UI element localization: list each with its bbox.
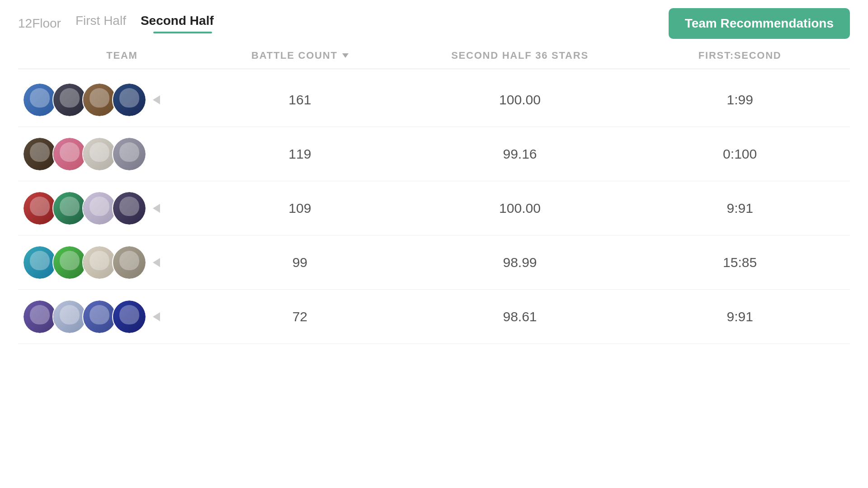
team-indicator-icon: [153, 204, 160, 213]
avatar: [23, 83, 57, 117]
floor-label[interactable]: 12Floor: [18, 16, 61, 31]
avatar: [112, 191, 146, 225]
ratio-cell: 0:100: [630, 146, 850, 162]
table-row: 109 100.00 9:91: [18, 181, 850, 235]
ratio-cell: 9:91: [630, 201, 850, 216]
tabs: First Half Second Half: [75, 14, 214, 32]
team-indicator-icon: [153, 258, 160, 267]
team-recommendations-button[interactable]: Team Recommendations: [669, 8, 850, 39]
team-indicator-icon: [153, 95, 160, 104]
table-header: TEAM BATTLE COUNT SECOND HALF 36 STARS F…: [18, 50, 850, 69]
team-cell: [18, 191, 190, 225]
stars-cell: 98.61: [410, 309, 630, 324]
avatar: [52, 83, 87, 117]
avatar: [52, 245, 87, 280]
table-row: 119 99.16 0:100: [18, 127, 850, 181]
header-left: 12Floor First Half Second Half: [18, 14, 214, 33]
col-header-second-half-stars: SECOND HALF 36 STARS: [410, 50, 630, 61]
page-container: 12Floor First Half Second Half Team Reco…: [0, 0, 868, 488]
avatar: [112, 83, 146, 117]
avatar-group: [23, 83, 146, 117]
team-cell: [18, 137, 190, 171]
avatar: [112, 137, 146, 171]
stars-cell: 100.00: [410, 92, 630, 108]
battle-count-cell: 72: [190, 309, 410, 324]
avatar: [112, 300, 146, 334]
avatar: [112, 245, 146, 280]
avatar-group: [23, 300, 146, 334]
battle-count-cell: 161: [190, 92, 410, 108]
table-row: 161 100.00 1:99: [18, 73, 850, 127]
avatar: [52, 191, 87, 225]
avatar: [23, 137, 57, 171]
avatar: [82, 191, 117, 225]
avatar-group: [23, 245, 146, 280]
avatar: [82, 137, 117, 171]
tab-group: First Half Second Half: [75, 14, 214, 33]
stars-cell: 100.00: [410, 201, 630, 216]
avatar: [23, 191, 57, 225]
avatar: [23, 300, 57, 334]
col-header-first-second: FIRST:SECOND: [630, 50, 850, 61]
sort-arrow-icon: [342, 53, 349, 58]
col-header-team: TEAM: [18, 50, 190, 61]
avatar: [23, 245, 57, 280]
team-indicator-icon: [153, 312, 160, 321]
tab-active-underline: [153, 32, 212, 33]
avatar: [82, 300, 117, 334]
tab-first-half[interactable]: First Half: [75, 14, 126, 32]
avatar: [52, 137, 87, 171]
battle-count-cell: 119: [190, 146, 410, 162]
col-header-battle-count[interactable]: BATTLE COUNT: [190, 50, 410, 61]
stars-cell: 99.16: [410, 146, 630, 162]
ratio-cell: 1:99: [630, 92, 850, 108]
avatar: [52, 300, 87, 334]
battle-count-cell: 99: [190, 255, 410, 270]
header: 12Floor First Half Second Half Team Reco…: [18, 8, 850, 39]
ratio-cell: 9:91: [630, 309, 850, 324]
avatar-group: [23, 191, 146, 225]
tab-second-half[interactable]: Second Half: [141, 14, 214, 32]
ratio-cell: 15:85: [630, 255, 850, 270]
team-cell: [18, 83, 190, 117]
team-cell: [18, 300, 190, 334]
team-cell: [18, 245, 190, 280]
data-table: TEAM BATTLE COUNT SECOND HALF 36 STARS F…: [18, 50, 850, 344]
avatar-group: [23, 137, 146, 171]
stars-cell: 98.99: [410, 255, 630, 270]
battle-count-cell: 109: [190, 201, 410, 216]
avatar: [82, 83, 117, 117]
avatar: [82, 245, 117, 280]
table-row: 72 98.61 9:91: [18, 290, 850, 344]
table-row: 99 98.99 15:85: [18, 235, 850, 290]
